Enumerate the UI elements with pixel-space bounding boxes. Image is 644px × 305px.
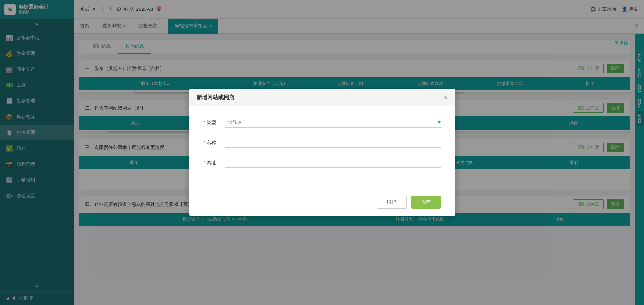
type-dropdown-icon: ▾ [438,119,441,125]
modal-body: * 类型 ▾ * 名称 * 网址 [189,106,455,189]
form-row-name: * 名称 [204,138,441,148]
form-row-type: * 类型 ▾ [204,117,441,128]
url-label: * 网址 [204,160,225,166]
save-button[interactable]: 保存 [411,196,441,209]
cancel-button[interactable]: 取消 [377,196,407,209]
required-star: * [204,120,206,125]
required-star-url: * [204,160,206,165]
type-label: * 类型 [204,119,225,126]
add-website-modal: 新增网站或网店 × * 类型 ▾ * 名称 [189,89,455,216]
form-row-url: * 网址 [204,158,441,168]
name-label: * 名称 [204,139,225,146]
modal-close-button[interactable]: × [444,94,448,101]
modal-header: 新增网站或网店 × [189,89,455,106]
url-input[interactable] [225,158,441,168]
modal-title: 新增网站或网店 [197,94,234,101]
type-input[interactable] [225,117,438,127]
type-label-text: 类型 [207,120,216,125]
type-select-wrapper: ▾ [225,117,441,128]
name-input[interactable] [225,138,441,148]
modal-footer: 取消 保存 [189,189,455,216]
modal-overlay: 新增网站或网店 × * 类型 ▾ * 名称 [0,0,644,305]
url-label-text: 网址 [207,160,216,165]
required-star-name: * [204,140,206,145]
name-label-text: 名称 [207,140,216,145]
